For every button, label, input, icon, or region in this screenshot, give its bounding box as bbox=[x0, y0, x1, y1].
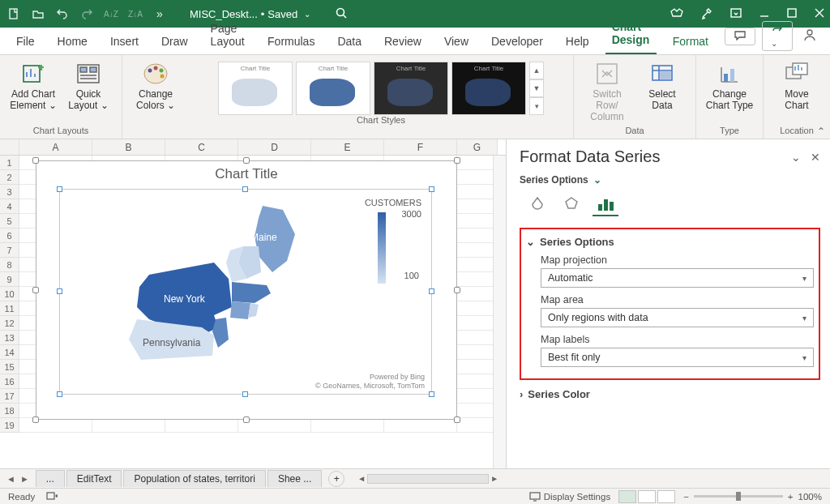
row-header[interactable]: 18 bbox=[0, 404, 19, 418]
hscroll-left-icon[interactable]: ◄ bbox=[357, 474, 366, 483]
row-header[interactable]: 3 bbox=[0, 185, 19, 199]
map-projection-select[interactable]: Automatic bbox=[541, 268, 814, 288]
tab-home[interactable]: Home bbox=[51, 30, 94, 54]
state-ma[interactable] bbox=[232, 282, 271, 303]
col-header[interactable]: F bbox=[384, 139, 457, 155]
row-header[interactable]: 8 bbox=[0, 258, 19, 272]
col-header[interactable]: E bbox=[311, 139, 384, 155]
row-header[interactable]: 4 bbox=[0, 199, 19, 214]
select-data-button[interactable]: Select Data bbox=[637, 58, 687, 112]
redo-icon[interactable] bbox=[78, 5, 96, 23]
gallery-more-icon[interactable]: ▾ bbox=[529, 97, 544, 115]
col-header[interactable]: G bbox=[457, 139, 498, 155]
sort-desc-icon[interactable]: Z↓A bbox=[126, 5, 144, 23]
row-header[interactable]: 7 bbox=[0, 243, 19, 258]
chart-object[interactable]: Chart Title CUSTOMERS 3000 100 bbox=[36, 160, 457, 420]
resize-handle[interactable] bbox=[454, 416, 460, 423]
row-header[interactable]: 13 bbox=[0, 331, 19, 345]
chevron-down-icon[interactable]: ⌄ bbox=[304, 10, 310, 19]
resize-handle[interactable] bbox=[243, 157, 250, 164]
tab-data[interactable]: Data bbox=[331, 30, 368, 54]
chart-style-3[interactable]: Chart Title bbox=[374, 62, 448, 115]
plot-area[interactable]: CUSTOMERS 3000 100 bbox=[59, 189, 432, 395]
tab-page-layout[interactable]: Page Layout bbox=[204, 17, 251, 54]
add-chart-element-button[interactable]: Add Chart Element ⌄ bbox=[8, 58, 58, 112]
account-icon[interactable] bbox=[799, 26, 820, 46]
search-icon[interactable] bbox=[335, 6, 348, 22]
chart-style-1[interactable]: Chart Title bbox=[218, 62, 293, 115]
zoom-percent[interactable]: 100% bbox=[798, 492, 822, 502]
hscroll-right-icon[interactable]: ► bbox=[490, 474, 498, 483]
tab-file[interactable]: File bbox=[10, 30, 41, 54]
resize-handle[interactable] bbox=[32, 287, 39, 293]
resize-handle[interactable] bbox=[454, 287, 460, 293]
row-header[interactable]: 16 bbox=[0, 374, 19, 389]
series-options-dropdown[interactable]: Series Options ⌄ bbox=[520, 174, 820, 186]
row-header[interactable]: 2 bbox=[0, 170, 19, 185]
effects-icon[interactable] bbox=[558, 194, 584, 216]
tab-formulas[interactable]: Formulas bbox=[261, 30, 321, 54]
tab-view[interactable]: View bbox=[438, 30, 475, 54]
pane-options-icon[interactable]: ⌄ bbox=[791, 151, 801, 164]
maximize-icon[interactable] bbox=[786, 7, 798, 21]
gallery-down-icon[interactable]: ▼ bbox=[529, 79, 544, 97]
ribbon-mode-icon[interactable] bbox=[729, 6, 742, 22]
col-header[interactable]: A bbox=[19, 139, 92, 155]
worksheet[interactable]: A B C D E F G 12345678910111213141516171… bbox=[0, 139, 506, 468]
resize-handle[interactable] bbox=[32, 416, 39, 423]
new-sheet-button[interactable]: + bbox=[328, 471, 344, 487]
vertical-scrollbar[interactable] bbox=[493, 156, 506, 468]
map-area-select[interactable]: Only regions with data bbox=[541, 308, 814, 327]
change-chart-type-button[interactable]: Change Chart Type bbox=[704, 58, 755, 112]
tab-review[interactable]: Review bbox=[378, 30, 428, 54]
chart-style-4[interactable]: Chart Title bbox=[451, 62, 526, 115]
pane-close-icon[interactable]: ✕ bbox=[811, 151, 820, 164]
row-header[interactable]: 6 bbox=[0, 229, 19, 243]
row-header[interactable]: 19 bbox=[0, 418, 19, 433]
undo-icon[interactable] bbox=[53, 5, 71, 23]
quick-layout-button[interactable]: Quick Layout ⌄ bbox=[63, 58, 113, 112]
collapse-ribbon-icon[interactable]: ⌃ bbox=[817, 126, 825, 137]
fix-icon[interactable] bbox=[700, 6, 713, 22]
minimize-icon[interactable] bbox=[759, 7, 770, 21]
zoom-out-icon[interactable]: − bbox=[683, 492, 689, 502]
select-all-cell[interactable] bbox=[0, 139, 19, 155]
tab-insert[interactable]: Insert bbox=[104, 30, 145, 54]
row-header[interactable]: 12 bbox=[0, 316, 19, 331]
section-series-color[interactable]: › Series Color bbox=[520, 388, 820, 400]
row-header[interactable]: 5 bbox=[0, 214, 19, 229]
section-series-options[interactable]: ⌄ Series Options bbox=[526, 236, 814, 248]
row-header[interactable]: 9 bbox=[0, 272, 19, 287]
tab-format[interactable]: Format bbox=[666, 30, 715, 54]
sheet-nav-prev-icon[interactable]: ◄ bbox=[6, 474, 15, 484]
tab-draw[interactable]: Draw bbox=[155, 30, 195, 54]
col-header[interactable]: B bbox=[92, 139, 165, 155]
col-header[interactable]: C bbox=[165, 139, 238, 155]
row-header[interactable]: 15 bbox=[0, 360, 19, 374]
close-icon[interactable] bbox=[814, 7, 825, 21]
state-ct[interactable] bbox=[230, 301, 250, 319]
comments-button[interactable] bbox=[725, 28, 755, 45]
display-settings-button[interactable]: Display Settings bbox=[529, 492, 610, 502]
resize-handle[interactable] bbox=[454, 157, 460, 164]
fill-line-icon[interactable] bbox=[524, 194, 550, 216]
gallery-up-icon[interactable]: ▲ bbox=[529, 62, 544, 79]
open-file-icon[interactable] bbox=[29, 5, 47, 23]
sheet-tab-ellipsis[interactable]: ... bbox=[36, 470, 65, 487]
map-labels-select[interactable]: Best fit only bbox=[541, 348, 814, 367]
view-page-break-icon[interactable] bbox=[657, 490, 675, 503]
zoom-in-icon[interactable]: + bbox=[788, 492, 794, 502]
sheet-tab[interactable]: EditText bbox=[66, 470, 122, 487]
qat-more-icon[interactable]: » bbox=[151, 5, 169, 23]
chart-legend[interactable]: CUSTOMERS 3000 100 bbox=[365, 198, 421, 287]
tab-developer[interactable]: Developer bbox=[485, 30, 550, 54]
row-header[interactable]: 11 bbox=[0, 301, 19, 316]
move-chart-button[interactable]: Move Chart bbox=[772, 58, 822, 112]
share-button[interactable]: ⌄ bbox=[762, 21, 793, 51]
row-header[interactable]: 17 bbox=[0, 389, 19, 404]
horizontal-scrollbar[interactable] bbox=[367, 474, 489, 484]
zoom-control[interactable]: − + 100% bbox=[683, 492, 822, 502]
row-header[interactable]: 10 bbox=[0, 287, 19, 301]
macro-record-icon[interactable] bbox=[46, 491, 58, 502]
view-normal-icon[interactable] bbox=[618, 490, 636, 503]
